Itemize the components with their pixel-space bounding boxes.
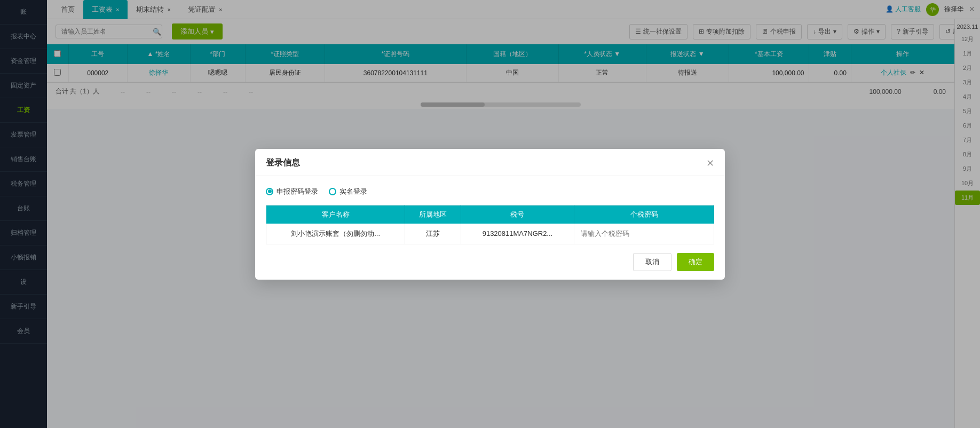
inner-table-row: 刘小艳演示账套（勿删勿动... 江苏 91320811MA7NGR2... (266, 224, 714, 244)
inner-cell-region: 江苏 (405, 224, 461, 244)
radio-group: 申报密码登录 实名登录 (266, 187, 714, 196)
radio-pwd-login[interactable]: 申报密码登录 (266, 187, 318, 196)
confirm-button[interactable]: 确定 (677, 253, 714, 271)
radio-btn-realname[interactable] (329, 188, 336, 195)
inner-cell-taxpwd[interactable] (574, 224, 714, 244)
inner-col-taxno: 税号 (461, 205, 574, 224)
dialog-body: 申报密码登录 实名登录 客户名称 所属地区 税号 个税密码 (255, 176, 725, 244)
dialog-title: 登录信息 (266, 157, 300, 169)
login-dialog: 登录信息 ✕ 申报密码登录 实名登录 客户名称 所属地区 (255, 149, 725, 280)
inner-cell-client: 刘小艳演示账套（勿删勿动... (266, 224, 405, 244)
dialog-header: 登录信息 ✕ (255, 149, 725, 176)
inner-table: 客户名称 所属地区 税号 个税密码 刘小艳演示账套（勿删勿动... 江苏 913… (266, 205, 714, 244)
inner-col-client: 客户名称 (266, 205, 405, 224)
inner-col-region: 所属地区 (405, 205, 461, 224)
radio-btn-pwd[interactable] (266, 188, 273, 195)
dialog-overlay: 登录信息 ✕ 申报密码登录 实名登录 客户名称 所属地区 (0, 0, 980, 428)
dialog-footer: 取消 确定 (255, 244, 725, 280)
radio-realname-login[interactable]: 实名登录 (329, 187, 367, 196)
inner-col-taxpwd: 个税密码 (574, 205, 714, 224)
cancel-button[interactable]: 取消 (633, 253, 671, 271)
dialog-close-button[interactable]: ✕ (706, 157, 714, 169)
inner-cell-taxno: 91320811MA7NGR2... (461, 224, 574, 244)
tax-pwd-input[interactable] (581, 229, 707, 237)
